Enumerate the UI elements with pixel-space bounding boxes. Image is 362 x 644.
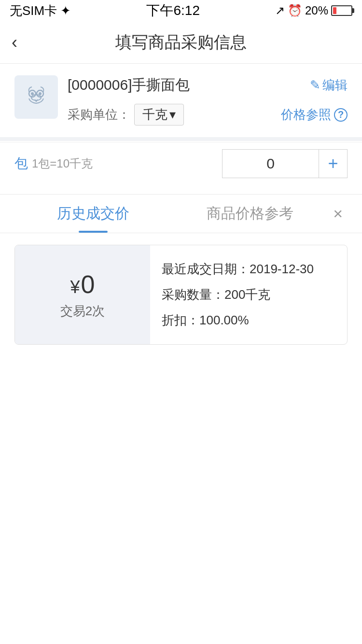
price-number: 0 — [81, 270, 95, 298]
main-content: [0000006]手撕面包 ✎ 编辑 采购单位： 千克 ▾ 价格参照 ? — [0, 64, 362, 644]
alarm-icon: ⏰ — [288, 4, 302, 17]
product-card: [0000006]手撕面包 ✎ 编辑 采购单位： 千克 ▾ 价格参照 ? — [0, 64, 362, 137]
history-card: ¥0 交易2次 最近成交日期：2019-12-30 采购数量：200千克 折扣：… — [14, 245, 348, 345]
status-bar: 无SIM卡 ✦ 下午6:12 ↗ ⏰ 20% — [0, 0, 362, 21]
price-reference-button[interactable]: 价格参照 ? — [281, 106, 348, 123]
product-image-placeholder — [24, 83, 48, 112]
currency-symbol: ¥ — [70, 277, 80, 297]
purchase-qty-row: 采购数量：200千克 — [162, 285, 335, 304]
history-details: 最近成交日期：2019-12-30 采购数量：200千克 折扣：100.00% — [150, 245, 347, 344]
carrier-text: 无SIM卡 ✦ — [10, 2, 71, 19]
status-right-icons: ↗ ⏰ 20% — [275, 4, 352, 17]
tab-history-price[interactable]: 历史成交价 — [14, 195, 171, 233]
unit-select-dropdown[interactable]: 千克 ▾ — [134, 104, 184, 126]
quantity-plus-button[interactable]: + — [319, 149, 348, 178]
product-unit-row: 采购单位： 千克 ▾ 价格参照 ? — [68, 104, 348, 126]
tab-price-ref-label: 商品价格参考 — [207, 204, 293, 224]
nav-bar: ‹ 填写商品采购信息 — [0, 21, 362, 64]
product-thumbnail — [14, 75, 58, 119]
product-info: [0000006]手撕面包 ✎ 编辑 采购单位： 千克 ▾ 价格参照 ? — [68, 75, 348, 126]
battery-percent: 20% — [305, 4, 328, 17]
quantity-label: 包 1包=10千克 — [14, 154, 93, 173]
tabs-close-button[interactable]: × — [328, 199, 348, 228]
package-conversion: 1包=10千克 — [32, 156, 93, 171]
navigation-icon: ↗ — [275, 4, 285, 17]
discount-label: 折扣： — [162, 313, 199, 327]
tabs-header: 历史成交价 商品价格参考 × — [0, 195, 362, 233]
tabs-container: 历史成交价 商品价格参考 × ¥0 交易2次 最近成交日期：20 — [0, 194, 362, 356]
dropdown-arrow-icon: ▾ — [169, 107, 176, 122]
unit-label-text: 采购单位： — [68, 106, 130, 123]
status-carrier: 无SIM卡 ✦ — [10, 2, 71, 19]
recent-date-value: 2019-12-30 — [250, 262, 314, 276]
edit-icon: ✎ — [310, 78, 320, 93]
recent-date-label: 最近成交日期： — [162, 262, 250, 276]
purchase-qty-value: 200千克 — [224, 287, 270, 302]
edit-label: 编辑 — [322, 77, 348, 94]
status-time: 下午6:12 — [146, 1, 200, 20]
discount-row: 折扣：100.00% — [162, 311, 335, 330]
unit-label: 采购单位： 千克 ▾ — [68, 104, 184, 126]
quantity-row: 包 1包=10千克 + — [0, 142, 362, 184]
back-button[interactable]: ‹ — [12, 32, 17, 53]
info-icon[interactable]: ? — [334, 108, 348, 122]
tab-history-label: 历史成交价 — [57, 204, 129, 224]
history-price-summary: ¥0 交易2次 — [15, 245, 150, 344]
history-tab-content: ¥0 交易2次 最近成交日期：2019-12-30 采购数量：200千克 折扣：… — [0, 233, 362, 356]
unit-value: 千克 — [142, 106, 167, 123]
battery-icon — [331, 5, 352, 16]
discount-value: 100.00% — [199, 313, 249, 327]
recent-date-row: 最近成交日期：2019-12-30 — [162, 260, 335, 279]
edit-button[interactable]: ✎ 编辑 — [310, 77, 348, 94]
history-trades-count: 交易2次 — [60, 303, 105, 320]
package-icon-label: 包 — [14, 154, 28, 173]
section-divider — [0, 137, 362, 141]
product-name: [0000006]手撕面包 — [68, 75, 190, 95]
quantity-input-group: + — [222, 149, 348, 178]
tab-price-reference[interactable]: 商品价格参考 — [171, 195, 328, 233]
quantity-input[interactable] — [222, 149, 319, 178]
plus-icon: + — [328, 154, 338, 174]
price-ref-label: 价格参照 — [281, 106, 331, 123]
history-price-value: ¥0 — [70, 270, 95, 299]
page-title: 填写商品采购信息 — [115, 31, 247, 54]
close-icon: × — [333, 204, 343, 223]
product-header: [0000006]手撕面包 ✎ 编辑 — [68, 75, 348, 95]
purchase-qty-label: 采购数量： — [162, 287, 224, 302]
